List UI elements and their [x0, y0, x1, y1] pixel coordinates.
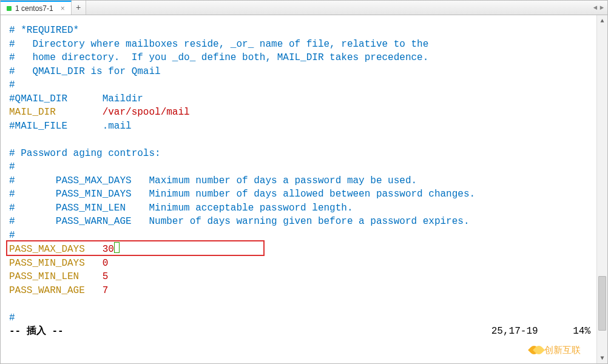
vim-position-text: 25,17-19 14% — [491, 325, 590, 339]
editor-line: PASS_MAX_DAYS 30 — [9, 242, 590, 257]
tab-label: 1 centos7-1 — [15, 4, 53, 13]
editor-line: # — [9, 78, 590, 92]
editor-line: PASS_MIN_DAYS 0 — [9, 257, 590, 271]
editor-line — [9, 133, 590, 147]
editor-line: MAIL_DIR /var/spool/mail — [9, 106, 590, 120]
scrollbar-thumb[interactable] — [598, 276, 606, 331]
close-icon[interactable]: × — [61, 4, 65, 13]
editor-line: #MAIL_FILE .mail — [9, 120, 590, 133]
tab-nav-right-icon[interactable]: ► — [600, 4, 604, 12]
tab-nav-left-icon[interactable]: ◄ — [593, 4, 598, 12]
plus-icon: + — [76, 3, 81, 13]
editor-line: # PASS_MIN_DAYS Minimum number of days a… — [9, 187, 590, 201]
editor-line: # PASS_MAX_DAYS Maximum number of days a… — [9, 174, 590, 188]
editor-line: PASS_WARN_AGE 7 — [9, 284, 590, 298]
status-dot-icon — [7, 6, 12, 11]
new-tab-button[interactable]: + — [72, 1, 86, 15]
editor-line: # Password aging controls: — [9, 147, 590, 161]
editor-line: # *REQUIRED* — [9, 24, 590, 38]
vim-mode-text: -- 插入 -- — [9, 325, 64, 339]
editor-line: # PASS_WARN_AGE Number of days warning g… — [9, 215, 590, 229]
editor-line: # — [9, 311, 590, 325]
editor-line: #QMAIL_DIR Maildir — [9, 92, 590, 106]
editor-line: # PASS_MIN_LEN Minimum acceptable passwo… — [9, 201, 590, 215]
terminal-editor[interactable]: # *REQUIRED*# Directory where mailboxes … — [1, 15, 596, 363]
editor-line — [9, 297, 590, 311]
text-cursor — [114, 242, 120, 253]
tab-bar: 1 centos7-1 × + ◄ ► — [1, 1, 607, 15]
vim-status-line: -- 插入 --25,17-19 14% — [9, 325, 590, 339]
editor-line: # — [9, 160, 590, 174]
scroll-down-icon[interactable]: ▼ — [597, 352, 607, 363]
tab-session-1[interactable]: 1 centos7-1 × — [1, 1, 72, 15]
editor-line: # — [9, 229, 590, 243]
editor-line: # home directory. If you _do_ define bot… — [9, 51, 590, 65]
vertical-scrollbar[interactable]: ▲ ▼ — [596, 15, 607, 363]
scroll-up-icon[interactable]: ▲ — [597, 15, 607, 26]
editor-line: PASS_MIN_LEN 5 — [9, 270, 590, 284]
editor-line: # QMAIL_DIR is for Qmail — [9, 65, 590, 79]
editor-line: # Directory where mailboxes reside, _or_… — [9, 38, 590, 52]
